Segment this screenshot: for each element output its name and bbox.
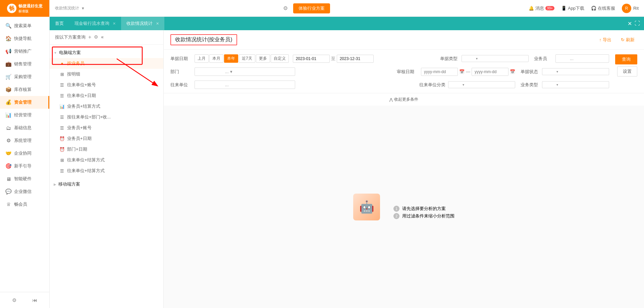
sidebar: 畅 畅捷通好生意 标准版 🔍 搜索菜单 🏠 快捷导航 📢 营销推广 💼 销售管理… [0, 0, 50, 308]
plan-settings-icon[interactable]: ⚙ [94, 34, 98, 40]
sidebar-item-sales[interactable]: 💼 销售管理 [0, 58, 49, 70]
counterpart-category-select[interactable]: ▾ [448, 81, 515, 88]
app-download-item[interactable]: 📱 App下载 [561, 5, 584, 11]
salesperson-more-icon[interactable]: ... [570, 56, 574, 61]
sidebar-item-inventory[interactable]: 📦 库存核算 [0, 83, 49, 96]
tab-bank-flow-close[interactable]: ✕ [113, 21, 116, 26]
doc-status-select[interactable]: ▾ [542, 68, 609, 75]
sidebar-item-finance[interactable]: 💰 资金管理 [0, 96, 49, 109]
add-plan-btn[interactable]: + [88, 34, 91, 40]
tree-item-counterpart-calc[interactable]: ⊞ 往来单位+结算方式 [50, 155, 163, 165]
sidebar-item-label: 畅会员 [14, 201, 27, 207]
sidebar-settings-btn[interactable]: ⚙ [12, 297, 16, 303]
sidebar-item-guide[interactable]: 🎯 新手引导 [0, 160, 49, 172]
notification-item[interactable]: 🔔 消息 99+ [529, 5, 554, 11]
query-btn[interactable]: 查询 [615, 54, 637, 64]
tree-pc-section: ▼ 电脑端方案 [50, 47, 163, 58]
sa-icon: ☰ [59, 125, 65, 131]
doc-type-label: 单据类型 [440, 56, 459, 62]
page-title-box: 收款情况统计(按业务员) [170, 34, 237, 45]
date-from-input[interactable] [293, 55, 330, 63]
page-header: 收款情况统计(按业务员) ↑ 导出 ↻ 刷新 [164, 30, 644, 50]
tree-item-counterpart-calc2[interactable]: ☰ 往来单位+结算方式 [50, 165, 163, 176]
user-name: Rit [633, 6, 639, 11]
tree-item-label: 业务员+结算方式 [67, 103, 100, 109]
filter-row-1: 单据日期 上月 本月 本年 近7天 更多 自定义 [170, 54, 609, 63]
biz-type-select[interactable]: ▾ [542, 81, 609, 88]
sidebar-collapse-btn[interactable]: ⏮ [32, 297, 37, 303]
sidebar-item-operations[interactable]: 📊 经营管理 [0, 109, 49, 121]
topbar-dropdown-icon[interactable]: ▾ [82, 6, 84, 11]
sidebar-item-label: 新手引导 [14, 163, 32, 169]
sidebar-item-enterprise[interactable]: 🤝 企业协同 [0, 147, 49, 160]
settings-btn[interactable]: 设置 [617, 66, 637, 76]
tab-collection-stats-close[interactable]: ✕ [156, 21, 159, 26]
tab-bank-flow[interactable]: 现金银行流水查询 ✕ [69, 17, 121, 30]
tab-collection-stats[interactable]: 收款情况统计 ✕ [121, 17, 164, 30]
btn-this-month[interactable]: 本月 [209, 54, 223, 63]
tree-item-label: 往来单位+日期 [67, 93, 96, 99]
counterpart-more-icon[interactable]: ... [225, 82, 229, 87]
sidebar-item-marketing[interactable]: 📢 营销推广 [0, 45, 49, 58]
btn-last-7days[interactable]: 近7天 [239, 54, 255, 63]
sidebar-item-basic-info[interactable]: 🗂 基础信息 [0, 121, 49, 134]
btn-more-dates[interactable]: 更多 [256, 54, 270, 63]
basic-info-icon: 🗂 [5, 125, 11, 131]
audit-date-from[interactable] [421, 68, 458, 76]
dept-more-icon[interactable]: ... [225, 69, 229, 74]
tree-item-detail[interactable]: ⊞ 按明细 [50, 69, 163, 80]
notification-badge: 99+ [545, 6, 554, 10]
counterpart-label: 往来单位 [170, 82, 189, 88]
audit-date-to[interactable] [472, 68, 508, 76]
sidebar-item-wechat[interactable]: 💬 企业微信 [0, 185, 49, 198]
sidebar-item-purchase[interactable]: 🛒 采购管理 [0, 70, 49, 83]
tree-item-label: 部门+日期 [67, 146, 87, 152]
tree-item-salesperson-account[interactable]: ☰ 业务员+账号 [50, 122, 163, 133]
btn-last-month[interactable]: 上月 [195, 54, 209, 63]
tree-item-label: 业务员+日期 [67, 136, 92, 142]
detail-icon: ⊞ [59, 72, 65, 77]
salesperson-select[interactable]: ... [555, 54, 609, 63]
sidebar-item-member[interactable]: ♕ 畅会员 [0, 198, 49, 211]
sidebar-item-search-menu[interactable]: 🔍 搜索菜单 [0, 19, 49, 32]
cal-icon-1[interactable]: 📅 [459, 69, 465, 74]
collapse-panel-icon[interactable]: « [101, 34, 104, 40]
tab-bank-flow-label: 现金银行流水查询 [74, 20, 109, 27]
app-logo: 畅 畅捷通好生意 标准版 [0, 0, 49, 17]
trial-btn[interactable]: 体验行业方案 [293, 3, 330, 13]
online-service-item[interactable]: 🎧 在线客服 [591, 5, 615, 11]
date-to-input[interactable] [337, 55, 374, 63]
tree-item-salesperson-calc[interactable]: 📊 业务员+结算方式 [50, 101, 163, 112]
counterpart-select[interactable]: ... [195, 81, 295, 89]
doc-type-select[interactable]: ▾ [462, 55, 529, 62]
tab-close-all-icon[interactable]: ✕ [628, 20, 632, 27]
dept-select[interactable]: ... ▾ [195, 67, 295, 76]
btn-this-year[interactable]: 本年 [224, 54, 238, 63]
tree-item-dept-date[interactable]: ⏰ 部门+日期 [50, 144, 163, 155]
sidebar-item-quick-nav[interactable]: 🏠 快捷导航 [0, 32, 49, 45]
btn-custom-date[interactable]: 自定义 [271, 54, 289, 63]
date-separator: 至 [331, 56, 335, 62]
tree-item-counterpart-date[interactable]: ☰ 往来单位+日期 [50, 90, 163, 101]
sidebar-item-hardware[interactable]: 🖥 智能硬件 [0, 172, 49, 185]
tree-item-label: 按往来单位+部门+收... [67, 114, 111, 120]
topbar-gear-icon[interactable]: ⚙ [283, 5, 288, 11]
sd-icon: ⏰ [59, 136, 65, 141]
cc-icon: ⊞ [59, 158, 65, 163]
sidebar-item-system[interactable]: ⚙ 系统管理 [0, 134, 49, 147]
export-btn[interactable]: ↑ 导出 [597, 36, 614, 44]
dd-icon: ⏰ [59, 147, 65, 152]
empty-state: 🤖 1 请先选择要分析的方案 2 用过滤条件来缩小分析范围 [164, 106, 644, 308]
marketing-icon: 📢 [5, 48, 11, 54]
user-info[interactable]: R Rit [622, 4, 639, 13]
refresh-btn[interactable]: ↻ 刷新 [618, 36, 637, 44]
tree-item-salesperson[interactable]: ● 按业务员 [50, 58, 163, 69]
tab-fullscreen-icon[interactable]: ⛶ [635, 20, 640, 27]
collapse-bar[interactable]: ⋀ 收起更多条件 [164, 93, 644, 106]
cal-icon-2[interactable]: 📅 [510, 69, 515, 74]
tree-item-salesperson-date[interactable]: ⏰ 业务员+日期 [50, 133, 163, 144]
tab-home[interactable]: 首页 [50, 17, 69, 30]
tree-item-counterpart-account[interactable]: ☰ 往来单位+账号 [50, 80, 163, 90]
tree-item-counterpart-dept[interactable]: ☰ 按往来单位+部门+收... [50, 112, 163, 122]
sc-icon: 📊 [59, 104, 65, 109]
